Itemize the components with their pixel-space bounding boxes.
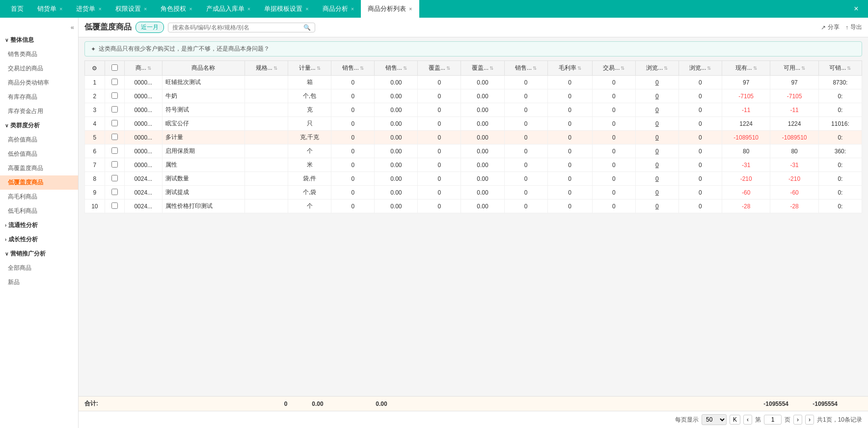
row-browse1[interactable]: 0 — [635, 200, 678, 213]
nav-close-icon[interactable]: × — [98, 0, 101, 18]
row-browse1[interactable]: 0 — [635, 76, 678, 89]
row-checkbox[interactable] — [105, 103, 124, 117]
export-button[interactable]: ↑ 导出 — [845, 23, 862, 31]
nav-permission-settings[interactable]: 权限设置 × — [108, 0, 154, 18]
row-current-stock: -28 — [722, 200, 770, 213]
col-trade: 交易...⇅ — [592, 61, 635, 76]
row-name: 测试提成 — [162, 186, 244, 200]
sidebar-section-marketing[interactable]: ∨ 营销推广分析 — [0, 247, 78, 261]
row-sellable: 0: — [818, 131, 862, 144]
col-name: 商品名称 — [162, 61, 244, 76]
sidebar-item-sales-goods[interactable]: 销售类商品 — [0, 47, 78, 61]
row-checkbox[interactable] — [105, 131, 124, 144]
row-checkbox[interactable] — [105, 76, 124, 89]
period-button[interactable]: 近一月 — [136, 22, 164, 33]
row-code: 0024... — [124, 200, 162, 213]
row-browse1[interactable]: 0 — [635, 172, 678, 186]
row-current-stock: 97 — [722, 76, 770, 89]
sidebar-item-low-margin[interactable]: 低毛利商品 — [0, 204, 78, 218]
nav-product-warehouse[interactable]: 产成品入库单 × — [199, 0, 257, 18]
sidebar-section-circulation[interactable]: › 流通性分析 — [0, 218, 78, 232]
row-browse1[interactable]: 0 — [635, 89, 678, 103]
nav-role-auth[interactable]: 角色授权 × — [154, 0, 199, 18]
nav-home[interactable]: 首页 — [4, 0, 30, 18]
nav-sales-order[interactable]: 销货单 × — [30, 0, 69, 18]
row-checkbox[interactable] — [105, 144, 124, 158]
row-gross-margin: 0 — [547, 144, 592, 158]
row-current-stock: 80 — [722, 144, 770, 158]
row-browse1[interactable]: 0 — [635, 103, 678, 117]
row-browse1[interactable]: 0 — [635, 158, 678, 172]
sidebar-item-low-value[interactable]: 低价值商品 — [0, 147, 78, 161]
page-label: 第 — [755, 416, 761, 424]
nav-close-icon[interactable]: × — [59, 0, 62, 18]
col-sales-amt: 销售...⇅ — [375, 61, 418, 76]
page-number-input[interactable] — [764, 415, 782, 425]
sidebar-item-high-coverage[interactable]: 高覆盖度商品 — [0, 161, 78, 175]
sidebar-item-new-goods[interactable]: 新品 — [0, 275, 78, 289]
sidebar-item-stock-capital[interactable]: 库存资金占用 — [0, 104, 78, 118]
sidebar-item-category-rate[interactable]: 商品分类动销率 — [0, 76, 78, 90]
row-checkbox[interactable] — [105, 117, 124, 131]
prev-page-button[interactable]: ‹ — [743, 415, 752, 425]
nav-close-icon[interactable]: × — [247, 0, 250, 18]
row-gross-margin: 0 — [547, 200, 592, 213]
first-page-button[interactable]: K — [730, 415, 740, 425]
sidebar-item-high-value[interactable]: 高价值商品 — [0, 133, 78, 147]
nav-template-settings[interactable]: 单据模板设置 × — [257, 0, 315, 18]
sidebar-item-high-margin[interactable]: 高毛利商品 — [0, 190, 78, 204]
row-checkbox[interactable] — [105, 158, 124, 172]
select-all-checkbox[interactable] — [111, 64, 118, 71]
sidebar-item-stocked-goods[interactable]: 有库存商品 — [0, 90, 78, 104]
row-browse1[interactable]: 0 — [635, 117, 678, 131]
row-browse1[interactable]: 0 — [635, 144, 678, 158]
nav-close-icon[interactable]: × — [409, 0, 412, 18]
share-icon: ↗ — [821, 24, 826, 31]
row-sellable: 8730: — [818, 76, 862, 89]
window-close-button[interactable]: × — [848, 1, 864, 17]
page-size-label: 每页显示 — [675, 416, 699, 424]
nav-close-icon[interactable]: × — [305, 0, 308, 18]
row-checkbox[interactable] — [105, 89, 124, 103]
data-table: ⚙ 商...⇅ 商品名称 规格...⇅ 计量...⇅ 销售...⇅ 销售...⇅… — [84, 60, 862, 213]
page-size-select[interactable]: 50 20 100 200 — [702, 414, 727, 425]
next-page-button[interactable]: › — [793, 415, 802, 425]
nav-product-analysis-list[interactable]: 商品分析列表 × — [361, 0, 419, 18]
row-trade: 0 — [592, 144, 635, 158]
page-end-label: 页 — [785, 416, 790, 424]
last-page-button[interactable]: › — [805, 415, 814, 425]
sidebar-item-traded-goods[interactable]: 交易过的商品 — [0, 61, 78, 76]
row-checkbox[interactable] — [105, 172, 124, 186]
table-row: 9 0024... 测试提成 个,袋 0 0.00 0 0.00 0 0 0 0… — [85, 186, 862, 200]
nav-close-icon[interactable]: × — [351, 0, 354, 18]
share-button[interactable]: ↗ 分享 — [821, 23, 840, 31]
sidebar-section-growth[interactable]: › 成长性分析 — [0, 232, 78, 247]
sidebar-item-all-goods[interactable]: 全部商品 — [0, 261, 78, 275]
search-input[interactable] — [172, 24, 301, 31]
row-unit: 箱 — [288, 76, 331, 89]
nav-close-icon[interactable]: × — [189, 0, 192, 18]
row-available-stock: -210 — [770, 172, 818, 186]
sidebar-section-cluster[interactable]: ∨ 类群度分析 — [0, 118, 78, 133]
row-sales-qty: 0 — [331, 89, 375, 103]
row-name: 多计量 — [162, 131, 244, 144]
row-cover2: 0.00 — [461, 158, 504, 172]
search-icon[interactable]: 🔍 — [303, 24, 311, 31]
sidebar-section-overall[interactable]: ∨ 整体信息 — [0, 33, 78, 47]
sidebar-collapse-button[interactable]: « — [71, 24, 74, 31]
content-area: 低覆盖度商品 近一月 🔍 ↗ 分享 ↑ 导出 ✦ 这类商品只有很少客户购买过，是… — [79, 18, 868, 428]
row-checkbox[interactable] — [105, 186, 124, 200]
nav-purchase-order[interactable]: 进货单 × — [69, 0, 108, 18]
row-spec — [245, 131, 288, 144]
sidebar-item-low-coverage[interactable]: 低覆盖度商品 — [0, 175, 78, 190]
nav-product-analysis[interactable]: 商品分析 × — [316, 0, 361, 18]
row-sales-qty: 0 — [331, 186, 375, 200]
footer-total: 合计: 0 0.00 0.00 -1095554 -1095554 — [79, 396, 868, 411]
row-sellable: 0: — [818, 158, 862, 172]
row-browse1[interactable]: 0 — [635, 131, 678, 144]
row-browse1[interactable]: 0 — [635, 186, 678, 200]
col-settings[interactable]: ⚙ — [85, 61, 105, 76]
nav-close-icon[interactable]: × — [144, 0, 147, 18]
total-current-stock: -1095554 — [749, 400, 788, 407]
row-checkbox[interactable] — [105, 200, 124, 213]
